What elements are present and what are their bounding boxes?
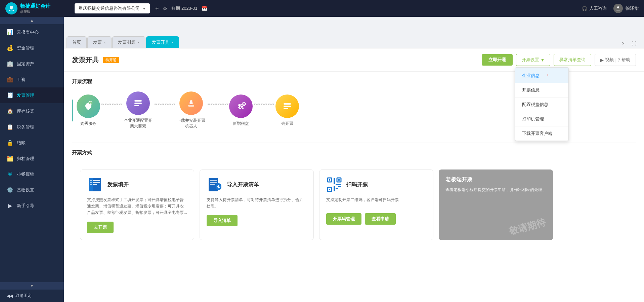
step-4-icon: 税 + — [229, 95, 253, 118]
sidebar-item-invoice[interactable]: 🧾 发票管理 — [0, 87, 64, 103]
fill-invoice-button[interactable]: 去开票 — [87, 222, 114, 233]
step-connector-3 — [208, 104, 228, 105]
sidebar-item-inventory[interactable]: 🏠 库存核算 — [0, 103, 64, 119]
svg-rect-14 — [284, 103, 291, 105]
fill-invoice-icon — [87, 177, 103, 193]
method-scan-title: 扫码开票 — [346, 181, 368, 188]
method-card-boss: 老板端开票 查看老板端小程序提交的开票申请，并作出相应的处理。 敬请期待 — [439, 169, 553, 240]
sidebar-item-archive[interactable]: 🗂️ 归档管理 — [0, 151, 64, 166]
step-connector-4 — [254, 104, 274, 105]
company-name: 重庆畅捷交通信息咨询有限公司 — [79, 5, 140, 11]
sidebar-item-settings[interactable]: ⚙️ 基础设置 — [0, 182, 64, 198]
sidebar-item-payroll[interactable]: 💼 工资 — [0, 72, 64, 87]
sidebar-item-tax[interactable]: 📋 税务管理 — [0, 119, 64, 135]
import-list-button[interactable]: 导入清单 — [207, 215, 238, 226]
close-window-button[interactable]: × — [618, 39, 628, 48]
tab-invoice-open-close[interactable]: × — [171, 40, 173, 44]
method-card-scan-header: 扫码开票 — [326, 177, 426, 193]
abnormal-list-button[interactable]: 异常清单查询 — [554, 54, 591, 66]
sidebar-scroll-down[interactable]: ▼ — [0, 282, 64, 290]
support-button[interactable]: 🎧 人工咨询 — [582, 5, 607, 11]
dropdown-item-invoice-info[interactable]: 开票信息 — [515, 83, 568, 98]
scan-invoice-icon — [326, 177, 342, 193]
basic-settings-icon: ⚙️ — [7, 187, 13, 193]
svg-rect-35 — [329, 189, 330, 190]
maximize-window-button[interactable]: ⛶ — [629, 39, 639, 48]
dropdown-item-tax-config[interactable]: 配置税盘信息 — [515, 98, 568, 112]
pin-icon: ◀◀ — [7, 294, 13, 298]
svg-rect-36 — [334, 178, 335, 184]
coming-soon-text: 敬请期待 — [508, 216, 547, 238]
video-button[interactable]: ▶ 视频 | ? 帮助 — [595, 54, 636, 66]
settings-dropdown-button[interactable]: 开票设置 ▼ — [516, 54, 551, 66]
step-3-label: 下载并安装开票机器人 — [176, 118, 206, 129]
dropdown-item-printer[interactable]: 打印机管理 — [515, 112, 568, 126]
company-selector[interactable]: 重庆畅捷交通信息咨询有限公司 ▼ — [75, 3, 150, 13]
sidebar-label-cloud-report: 云报表中心 — [17, 29, 39, 35]
main-content: 首页 发票 × 发票测算 × 发票开具 × × ⛶ 发票开具 待开通 立即开通 — [64, 34, 644, 302]
qr-manage-button[interactable]: 开票码管理 — [326, 213, 361, 225]
play-icon: ▶ — [600, 58, 604, 63]
sidebar-label-fund: 资金管理 — [17, 45, 34, 51]
step-4-label: 新增税盘 — [233, 121, 249, 126]
dropdown-item-download-client[interactable]: 下载开票客户端 — [515, 126, 568, 141]
user-area[interactable]: 徐泽华 — [613, 4, 639, 13]
method-card-scan: 扫码开票 支持定制开票二维码，客户端可扫码开票 开票码管理 查看申请 — [319, 169, 433, 240]
sidebar-scroll-up[interactable]: ▲ — [0, 17, 64, 24]
app-badge: 旗舰版 — [20, 9, 50, 14]
headset-icon: 🎧 — [582, 6, 587, 11]
svg-point-8 — [189, 101, 190, 103]
tab-invoice-test-close[interactable]: × — [137, 40, 139, 44]
sidebar-item-fund[interactable]: 💰 资金管理 — [0, 40, 64, 56]
svg-point-1 — [617, 6, 619, 8]
page-content: 发票开具 待开通 立即开通 开票设置 ▼ 异常清单查询 ▶ 视频 | ? 帮助 — [64, 48, 644, 302]
dropdown-arrow-icon: ▼ — [541, 58, 545, 63]
sidebar-label-inventory: 库存核算 — [17, 108, 34, 114]
guide-icon: ▶ — [7, 202, 13, 209]
sidebar-item-settlement[interactable]: 🔒 结账 — [0, 135, 64, 151]
payroll-icon: 💼 — [7, 76, 13, 83]
sidebar-item-cloud-report[interactable]: 📊 云报表中心 — [0, 24, 64, 40]
scan-buttons: 开票码管理 查看申请 — [326, 213, 426, 225]
step-2-icon — [126, 91, 150, 115]
invoice-icon: 🧾 — [7, 92, 13, 99]
sidebar-item-report[interactable]: © 小畅报销 — [0, 166, 64, 182]
view-apply-button[interactable]: 查看申请 — [365, 213, 396, 225]
sidebar-item-guide[interactable]: ▶ 新手引导 — [0, 198, 64, 214]
sidebar-label-archive: 归档管理 — [17, 156, 34, 162]
svg-rect-34 — [338, 179, 340, 181]
sidebar-cancel-fixed[interactable]: ◀◀ 取消固定 — [0, 290, 64, 302]
svg-rect-10 — [188, 105, 194, 107]
method-import-desc: 支持导入待开票清单，可对待开票清单进行拆分、合并处理。 — [207, 197, 307, 210]
archive-icon: 🗂️ — [7, 155, 13, 162]
svg-rect-33 — [329, 179, 330, 181]
step-5: 去开票 — [275, 95, 299, 126]
svg-rect-24 — [90, 184, 92, 185]
sidebar-label-tax: 税务管理 — [17, 124, 34, 130]
page-title-area: 发票开具 待开通 — [72, 55, 119, 65]
red-arrow-icon: → — [544, 72, 550, 79]
step-left-border — [72, 100, 73, 121]
step-1: + 购买服务 — [77, 95, 100, 126]
tab-home[interactable]: 首页 — [67, 36, 87, 48]
tab-invoice-test[interactable]: 发票测算 × — [112, 36, 145, 48]
step-5-label: 去开票 — [281, 121, 293, 126]
boss-card-title: 老板端开票 — [445, 176, 546, 183]
sidebar-item-fixed-assets[interactable]: 🏢 固定资产 — [0, 56, 64, 72]
svg-rect-16 — [284, 108, 288, 109]
add-tab-button[interactable]: + — [155, 5, 159, 12]
activate-button[interactable]: 立即开通 — [482, 54, 513, 66]
step-5-icon — [275, 95, 299, 118]
dropdown-item-company-info[interactable]: 企业信息 → — [515, 68, 568, 83]
settings-icon[interactable]: ⚙ — [163, 5, 167, 12]
step-4: 税 + 新增税盘 — [229, 95, 253, 126]
svg-rect-27 — [210, 182, 217, 183]
avatar — [613, 4, 623, 13]
tab-invoice-close[interactable]: × — [104, 40, 106, 44]
calendar-icon[interactable]: 📅 — [202, 6, 207, 11]
tab-invoice[interactable]: 发票 × — [87, 36, 112, 48]
tab-invoice-open[interactable]: 发票开具 × — [146, 36, 179, 48]
method-section: 开票方式 — [64, 143, 644, 254]
sidebar-label-payroll: 工资 — [17, 77, 26, 83]
logo-icon — [5, 2, 17, 14]
